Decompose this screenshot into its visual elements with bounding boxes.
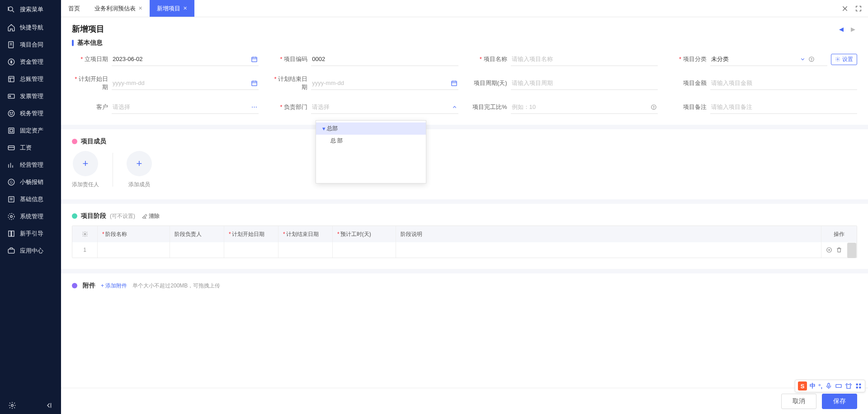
svg-point-11: [9, 96, 11, 97]
input-plan-end[interactable]: [311, 76, 458, 90]
sidebar-item-assets[interactable]: 固定资产: [0, 122, 61, 139]
add-owner[interactable]: +添加责任人: [72, 151, 99, 188]
svg-rect-34: [252, 57, 257, 62]
svg-line-1: [12, 10, 14, 12]
save-button[interactable]: 保存: [822, 394, 857, 409]
clear-button[interactable]: 清除: [142, 212, 160, 220]
close-icon[interactable]: ✕: [138, 5, 142, 11]
skin-icon[interactable]: [845, 382, 852, 390]
more-icon[interactable]: [251, 104, 258, 111]
sidebar-item-operation[interactable]: 经营管理: [0, 156, 61, 174]
help-icon[interactable]: [808, 56, 815, 62]
sidebar-item-apps[interactable]: 应用中心: [0, 242, 61, 259]
svg-text:G: G: [10, 180, 13, 184]
calendar-icon[interactable]: [251, 56, 258, 63]
sidebar-search-label: 搜索菜单: [20, 5, 43, 14]
col-name: 阶段名称: [98, 226, 170, 242]
footer: 取消 保存: [61, 388, 868, 414]
chevron-down-icon[interactable]: [800, 56, 806, 62]
input-customer[interactable]: [112, 100, 259, 114]
tab-profit-report[interactable]: 业务利润预估表✕: [87, 0, 150, 17]
close-icon[interactable]: ✕: [183, 5, 187, 11]
home-icon: [7, 24, 15, 32]
label-remark: 项目备注: [670, 103, 710, 111]
sidebar-item-tax[interactable]: 税务管理: [0, 105, 61, 122]
col-hours: 预计工时(天): [333, 226, 396, 242]
svg-rect-64: [859, 384, 861, 386]
label-plan-start: 计划开始日期: [72, 75, 112, 91]
input-remark[interactable]: [710, 100, 857, 114]
input-date[interactable]: [112, 52, 259, 66]
input-period[interactable]: [511, 76, 658, 90]
tax-icon: [7, 109, 15, 118]
input-dept[interactable]: [311, 100, 458, 114]
input-name[interactable]: [511, 52, 658, 66]
calendar-icon[interactable]: [251, 80, 258, 87]
section-mark-icon: [72, 40, 74, 46]
settings-button[interactable]: 设置: [831, 54, 857, 65]
calendar-icon[interactable]: [451, 80, 458, 87]
svg-rect-66: [859, 386, 861, 388]
sidebar-item-funds[interactable]: 资金管理: [0, 53, 61, 71]
grid-icon[interactable]: [855, 382, 862, 390]
next-arrow[interactable]: ▶: [849, 24, 857, 34]
add-attachment-button[interactable]: + 添加附件: [101, 282, 127, 290]
fullscreen-button[interactable]: [854, 4, 863, 14]
attach-hint: 单个大小不超过200MB，可拖拽上传: [132, 282, 220, 290]
col-owner: 阶段负责人: [170, 226, 224, 242]
label-category: 项目分类: [670, 55, 710, 63]
chevron-up-icon[interactable]: [452, 104, 458, 110]
info-icon: [7, 195, 15, 203]
sidebar-item-salary[interactable]: 工资: [0, 139, 61, 156]
sidebar-item-expense[interactable]: G小畅报销: [0, 174, 61, 191]
input-code[interactable]: [311, 52, 458, 66]
sidebar-item-system[interactable]: 系统管理: [0, 208, 61, 225]
mic-icon[interactable]: [825, 382, 832, 390]
dropdown-item-child[interactable]: 总 部: [316, 135, 426, 147]
ime-toolbar[interactable]: S 中 °,: [795, 380, 865, 392]
sidebar-search[interactable]: 搜索菜单: [0, 0, 61, 19]
section-mark-icon: [72, 139, 77, 144]
gear-icon[interactable]: [82, 231, 88, 237]
contract-icon: [7, 41, 15, 49]
sidebar-item-project-contract[interactable]: 项目合同: [0, 36, 61, 53]
tabbar: 首页 业务利润预估表✕ 新增项目✕: [61, 0, 868, 17]
ime-punct[interactable]: °,: [818, 383, 822, 390]
section-mark-icon: [72, 213, 77, 219]
col-op: 操作: [821, 226, 857, 242]
sidebar-item-guide[interactable]: 新手引导: [0, 225, 61, 242]
input-complete[interactable]: [511, 100, 658, 114]
chart-icon: [7, 161, 15, 169]
svg-point-27: [10, 216, 13, 218]
help-icon[interactable]: [651, 104, 657, 110]
sidebar-item-basicinfo[interactable]: 基础信息: [0, 191, 61, 208]
keyboard-icon[interactable]: [835, 382, 842, 390]
collapse-icon[interactable]: [45, 401, 53, 409]
tab-new-project[interactable]: 新增项目✕: [150, 0, 194, 17]
sidebar-item-ledger[interactable]: 总账管理: [0, 71, 61, 88]
delete-row-icon[interactable]: [836, 247, 842, 253]
svg-rect-58: [828, 383, 830, 386]
input-amount[interactable]: [710, 76, 857, 90]
scrollbar[interactable]: [847, 243, 856, 258]
section-title-stages: 项目阶段: [81, 212, 106, 220]
gear-icon[interactable]: [8, 401, 16, 409]
section-mark-icon: [72, 283, 77, 288]
add-row-icon[interactable]: [826, 247, 832, 253]
add-member[interactable]: +添加成员: [127, 151, 152, 188]
dropdown-item-parent[interactable]: ▾总部: [316, 122, 426, 135]
input-plan-start[interactable]: [112, 76, 259, 90]
prev-arrow[interactable]: ◀: [837, 24, 845, 34]
close-all-button[interactable]: [840, 4, 850, 14]
tab-home[interactable]: 首页: [61, 0, 87, 17]
search-icon: [7, 5, 15, 14]
cancel-button[interactable]: 取消: [781, 394, 816, 409]
svg-rect-7: [9, 76, 14, 82]
ime-lang[interactable]: 中: [810, 382, 816, 390]
table-row[interactable]: 1: [72, 242, 857, 258]
sidebar-item-quicknav[interactable]: 快捷导航: [0, 19, 61, 36]
svg-point-13: [10, 113, 11, 113]
sidebar-item-invoice[interactable]: 发票管理: [0, 88, 61, 105]
svg-point-54: [84, 233, 86, 235]
svg-rect-45: [451, 81, 456, 86]
